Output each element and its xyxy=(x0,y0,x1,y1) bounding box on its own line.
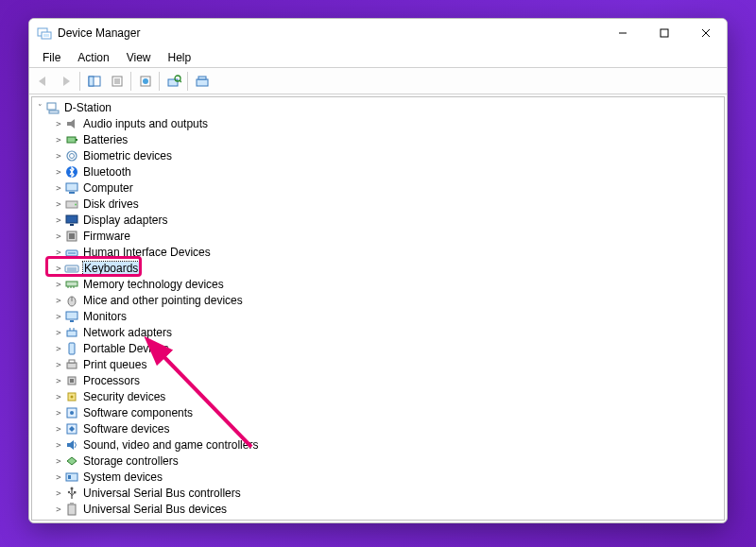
svg-rect-20 xyxy=(197,79,208,86)
minimize-button[interactable] xyxy=(602,19,644,47)
tree-item-label: Biometric devices xyxy=(83,149,172,162)
tree-item-software-components[interactable]: >Software components xyxy=(32,404,724,420)
tree-item-biometric-devices[interactable]: >Biometric devices xyxy=(32,147,724,163)
expand-chevron-icon[interactable]: > xyxy=(53,376,64,385)
expand-chevron-icon[interactable]: > xyxy=(53,199,64,209)
tree-item-keyboards[interactable]: >Keyboards xyxy=(32,260,724,276)
toolbar-scan-button[interactable] xyxy=(163,71,184,92)
tree-item-firmware[interactable]: >Firmware xyxy=(32,228,724,244)
device-tree[interactable]: ˅D-Station>Audio inputs and outputs>Batt… xyxy=(32,97,724,520)
svg-line-19 xyxy=(180,80,181,82)
expand-chevron-icon[interactable]: > xyxy=(53,119,64,128)
expand-chevron-icon[interactable]: > xyxy=(53,151,64,161)
expand-chevron-icon[interactable]: ˅ xyxy=(34,103,45,112)
expand-chevron-icon[interactable]: > xyxy=(53,360,64,369)
tree-item-universal-serial-bus-devices[interactable]: >Universal Serial Bus devices xyxy=(32,501,724,517)
tree-item-display-adapters[interactable]: >Display adapters xyxy=(32,212,724,228)
tree-item-universal-serial-bus-controllers[interactable]: >Universal Serial Bus controllers xyxy=(32,485,724,501)
expand-chevron-icon[interactable]: > xyxy=(53,167,64,177)
expand-chevron-icon[interactable]: > xyxy=(53,215,64,225)
expand-chevron-icon[interactable]: > xyxy=(53,472,64,482)
menu-file[interactable]: File xyxy=(34,49,69,66)
tree-item-network-adapters[interactable]: >Network adapters xyxy=(32,324,724,340)
expand-chevron-icon[interactable]: > xyxy=(53,248,64,257)
keyboard-icon xyxy=(64,261,79,276)
svg-rect-22 xyxy=(47,103,56,110)
printer-icon xyxy=(64,357,79,372)
svg-point-60 xyxy=(71,395,74,398)
expand-chevron-icon[interactable]: > xyxy=(53,344,64,353)
tree-item-monitors[interactable]: >Monitors xyxy=(32,308,724,324)
toolbar-help-button[interactable] xyxy=(134,71,156,92)
tree-item-batteries[interactable]: >Batteries xyxy=(32,131,724,147)
monitor-icon xyxy=(64,309,79,324)
expand-chevron-icon[interactable]: > xyxy=(53,456,64,466)
tree-item-audio-inputs-and-outputs[interactable]: >Audio inputs and outputs xyxy=(32,115,724,131)
tree-item-label: Bluetooth xyxy=(83,165,131,179)
svg-rect-71 xyxy=(70,503,74,505)
expand-chevron-icon[interactable]: > xyxy=(53,280,64,289)
svg-marker-24 xyxy=(67,119,75,128)
expand-chevron-icon[interactable]: > xyxy=(53,183,64,193)
expand-chevron-icon[interactable]: > xyxy=(53,312,64,321)
svg-rect-26 xyxy=(76,139,77,141)
expand-chevron-icon[interactable]: > xyxy=(53,440,64,450)
tree-item-mice-and-other-pointing-devices[interactable]: >Mice and other pointing devices xyxy=(32,292,724,308)
tree-item-label: Memory technology devices xyxy=(83,278,224,291)
tree-item-system-devices[interactable]: >System devices xyxy=(32,469,724,485)
expand-chevron-icon[interactable]: > xyxy=(53,296,64,305)
device-manager-window: Device Manager File Action View Help xyxy=(28,18,728,523)
tree-item-disk-drives[interactable]: >Disk drives xyxy=(32,196,724,212)
tree-item-root[interactable]: ˅D-Station xyxy=(32,99,724,115)
computer-icon xyxy=(64,180,79,196)
tree-item-portable-devices[interactable]: >Portable Devices xyxy=(32,340,724,356)
expand-chevron-icon[interactable]: > xyxy=(53,504,64,514)
svg-rect-2 xyxy=(43,34,49,37)
tree-item-security-devices[interactable]: >Security devices xyxy=(32,388,724,404)
expand-chevron-icon[interactable]: > xyxy=(53,424,64,434)
expand-chevron-icon[interactable]: > xyxy=(53,488,64,498)
cpu-icon xyxy=(64,373,79,388)
menubar: File Action View Help xyxy=(29,47,727,68)
menu-view[interactable]: View xyxy=(118,49,160,66)
toolbar-add-hardware-button[interactable] xyxy=(191,71,213,92)
tree-item-bluetooth[interactable]: >Bluetooth xyxy=(32,163,724,179)
pc-root-icon xyxy=(45,100,60,115)
tree-item-computer[interactable]: >Computer xyxy=(32,179,724,196)
toolbar-forward-button[interactable] xyxy=(55,71,77,92)
tree-item-sound-video-and-game-controllers[interactable]: >Sound, video and game controllers xyxy=(32,436,724,453)
tree-item-label: D-Station xyxy=(64,101,112,114)
svg-rect-70 xyxy=(68,504,76,515)
svg-point-33 xyxy=(75,203,77,205)
expand-chevron-icon[interactable]: > xyxy=(53,392,64,402)
portable-icon xyxy=(64,341,79,356)
window-title: Device Manager xyxy=(58,26,140,40)
tree-item-storage-controllers[interactable]: >Storage controllers xyxy=(32,453,724,469)
expand-chevron-icon[interactable]: > xyxy=(53,328,64,337)
toolbar-back-button[interactable] xyxy=(32,71,54,92)
tree-item-label: Mice and other pointing devices xyxy=(83,294,243,307)
menu-help[interactable]: Help xyxy=(160,49,200,66)
app-icon xyxy=(37,26,52,41)
maximize-button[interactable] xyxy=(644,19,685,47)
tree-item-label: Software devices xyxy=(83,422,169,436)
display-icon xyxy=(64,213,79,228)
menu-action[interactable]: Action xyxy=(69,49,117,66)
expand-chevron-icon[interactable]: > xyxy=(53,231,64,241)
tree-item-memory-technology-devices[interactable]: >Memory technology devices xyxy=(32,276,724,292)
expand-chevron-icon[interactable]: > xyxy=(53,135,64,145)
expand-chevron-icon[interactable]: > xyxy=(53,264,64,273)
tree-item-software-devices[interactable]: >Software devices xyxy=(32,420,724,436)
svg-marker-7 xyxy=(39,77,45,86)
expand-chevron-icon[interactable]: > xyxy=(53,408,64,418)
toolbar-show-hide-button[interactable] xyxy=(83,71,105,92)
toolbar-properties-button[interactable] xyxy=(106,71,128,92)
tree-item-human-interface-devices[interactable]: >Human Interface Devices xyxy=(32,244,724,260)
tree-item-label: Batteries xyxy=(83,133,128,146)
tree-item-processors[interactable]: >Processors xyxy=(32,372,724,388)
tree-item-label: Disk drives xyxy=(83,197,139,211)
close-button[interactable] xyxy=(685,19,727,47)
svg-rect-43 xyxy=(66,282,77,286)
tree-item-print-queues[interactable]: >Print queues xyxy=(32,356,724,372)
tree-item-label: Audio inputs and outputs xyxy=(83,117,208,130)
